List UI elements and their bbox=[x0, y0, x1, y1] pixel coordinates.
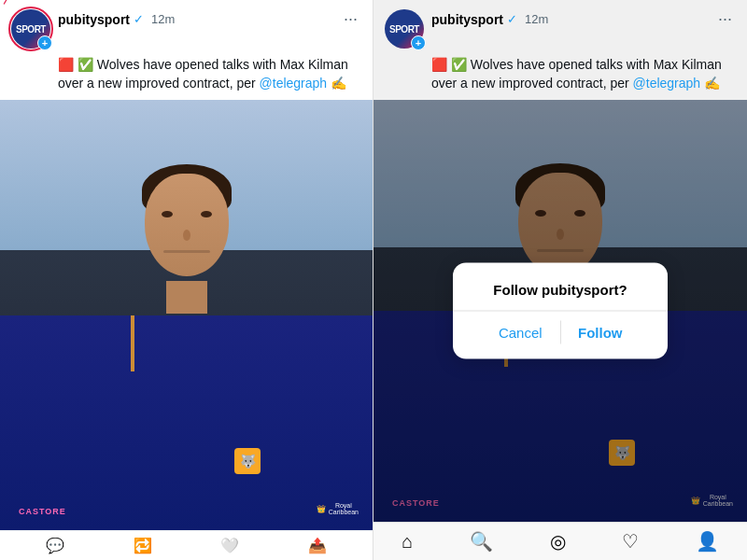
more-button-left[interactable]: ··· bbox=[340, 9, 361, 29]
post-meta-left: pubitysport ✓ 12m ··· bbox=[58, 9, 361, 29]
username-row-left: pubitysport ✓ 12m bbox=[58, 12, 175, 27]
face-left bbox=[145, 174, 229, 276]
sponsor-logo-left: 👑 RoyalCaribbean bbox=[317, 502, 359, 516]
comment-icon-left: 💬 bbox=[46, 537, 64, 554]
like-icon-left: 🤍 bbox=[220, 537, 239, 554]
share-button-left[interactable]: 📤 bbox=[308, 537, 327, 554]
username-row-right: pubitysport ✓ 12m bbox=[431, 12, 548, 27]
cancel-button[interactable]: Cancel bbox=[481, 321, 560, 344]
follow-dialog: Follow pubitysport? Cancel Follow bbox=[453, 263, 668, 359]
neck-left bbox=[166, 281, 207, 314]
avatar-wrap-left[interactable]: SPORT + ↑ bbox=[11, 9, 50, 49]
right-panel: SPORT + pubitysport ✓ 12m ··· 🟥 ✅ Wolves… bbox=[374, 0, 747, 560]
post-image-left: 🐺 CASTORE 👑 RoyalCaribbean bbox=[0, 100, 373, 530]
dialog-buttons: Cancel Follow bbox=[481, 312, 640, 344]
left-panel: SPORT + ↑ pubitysport ✓ 12m ··· 🟥 ✅ Wolv… bbox=[0, 0, 374, 560]
post-time-right: 12m bbox=[525, 12, 548, 26]
post-top-row-left: pubitysport ✓ 12m ··· bbox=[58, 9, 361, 29]
likes-nav-icon[interactable]: ♡ bbox=[622, 530, 639, 553]
post-text-right: 🟥 ✅ Wolves have opened talks with Max Ki… bbox=[374, 54, 747, 100]
comment-button-left[interactable]: 💬 bbox=[46, 537, 64, 554]
like-button-left[interactable]: 🤍 bbox=[220, 537, 239, 554]
post-header-left: SPORT + ↑ pubitysport ✓ 12m ··· bbox=[0, 0, 373, 54]
post-header-right: SPORT + pubitysport ✓ 12m ··· bbox=[374, 0, 747, 54]
telegraph-link-left[interactable]: @telegraph bbox=[260, 76, 328, 91]
dialog-title: Follow pubitysport? bbox=[481, 282, 640, 298]
bottom-nav: ⌂ 🔍 ◎ ♡ 👤 bbox=[374, 522, 747, 560]
more-button-right[interactable]: ··· bbox=[714, 9, 736, 29]
repost-icon-left: 🔁 bbox=[134, 537, 152, 554]
follow-button[interactable]: Follow bbox=[561, 321, 641, 344]
post-text-left: 🟥 ✅ Wolves have opened talks with Max Ki… bbox=[0, 54, 373, 100]
castore-logo-left: CASTORE bbox=[19, 507, 66, 516]
post-top-row-right: pubitysport ✓ 12m ··· bbox=[431, 9, 736, 29]
post-image-right: 🐺 CASTORE 👑 RoyalCaribbean Follow pubity… bbox=[374, 100, 747, 522]
search-nav-icon[interactable]: 🔍 bbox=[470, 530, 493, 553]
wolves-badge-left: 🐺 bbox=[234, 448, 261, 474]
post-meta-right: pubitysport ✓ 12m ··· bbox=[431, 9, 736, 29]
username-right[interactable]: pubitysport bbox=[431, 12, 503, 27]
verified-badge-left: ✓ bbox=[134, 12, 144, 26]
avatar-wrap-right[interactable]: SPORT + bbox=[385, 9, 424, 49]
repost-button-left[interactable]: 🔁 bbox=[134, 537, 152, 554]
share-icon-left: 📤 bbox=[308, 537, 327, 554]
home-nav-icon[interactable]: ⌂ bbox=[402, 531, 413, 553]
telegraph-link-right[interactable]: @telegraph bbox=[633, 76, 701, 91]
jersey-left bbox=[0, 315, 373, 530]
player-photo-left: 🐺 CASTORE 👑 RoyalCaribbean bbox=[0, 100, 373, 530]
action-bar-left: 💬 🔁 🤍 📤 bbox=[0, 530, 373, 560]
head-area-left bbox=[140, 164, 233, 286]
profile-nav-icon[interactable]: 👤 bbox=[696, 530, 719, 553]
verified-badge-right: ✓ bbox=[507, 12, 517, 26]
plus-badge-left: + bbox=[37, 35, 52, 50]
activity-nav-icon[interactable]: ◎ bbox=[550, 530, 566, 553]
username-left[interactable]: pubitysport bbox=[58, 12, 130, 27]
post-time-left: 12m bbox=[151, 12, 175, 26]
plus-badge-right: + bbox=[411, 35, 426, 50]
